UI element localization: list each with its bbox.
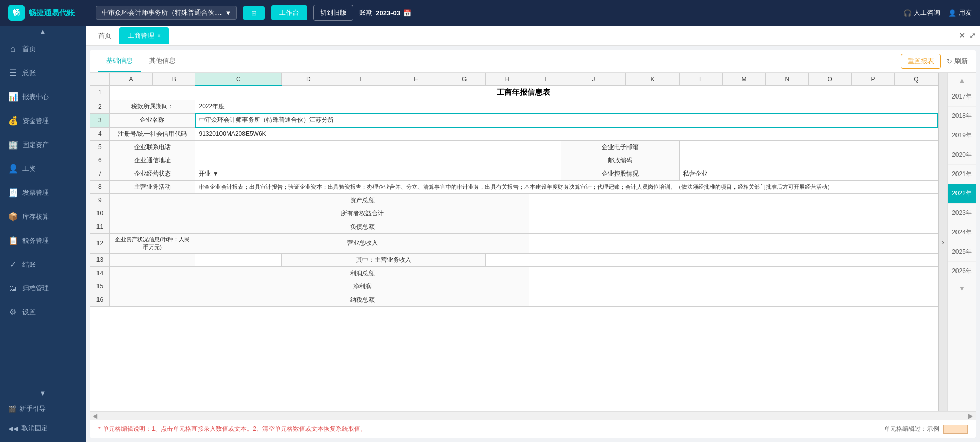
horizontal-scroll-bar[interactable]: ◀ ▶ xyxy=(90,411,976,420)
sidebar-item-fixed-assets[interactable]: 🏢 固定资产 xyxy=(0,133,86,157)
sidebar-item-archive-mgmt[interactable]: 🗂 归档管理 xyxy=(0,277,86,300)
year-2021[interactable]: 2021年 xyxy=(948,165,976,184)
row-num-7: 7 xyxy=(90,167,110,180)
table-row: 7 企业经营状态 开业 ▼ 企业控股情况 私营企业 xyxy=(90,167,938,180)
h-scroll-right[interactable]: ▶ xyxy=(965,412,976,420)
tab-close-icon[interactable]: × xyxy=(157,32,161,39)
cell-12-val[interactable] xyxy=(529,233,938,253)
sidebar-item-settings[interactable]: ⚙ 设置 xyxy=(0,300,86,324)
col-c[interactable]: C xyxy=(195,73,282,86)
year-scroll-down[interactable]: ▼ xyxy=(948,281,976,296)
sidebar-item-settlement[interactable]: ✓ 结账 xyxy=(0,253,86,277)
cell-8-c[interactable]: 审查企业会计报表；出具审计报告；验证企业资本；出具验资报告；办理企业合并、分立、… xyxy=(195,180,938,193)
cell-13-ab xyxy=(109,253,195,266)
cell-5-k[interactable] xyxy=(679,140,938,154)
cell-6-i xyxy=(529,154,561,167)
consult-btn[interactable]: 🎧 人工咨询 xyxy=(903,8,940,17)
calendar-icon[interactable]: 📅 xyxy=(403,9,411,17)
cell-6-c[interactable] xyxy=(195,154,529,167)
sub-tab-other-info[interactable]: 其他信息 xyxy=(141,50,184,72)
cell-10-val[interactable] xyxy=(529,207,938,220)
unpin-btn[interactable]: ◀◀ 取消固定 xyxy=(0,419,86,438)
year-scroll-up[interactable]: ▲ xyxy=(948,73,976,87)
h-scroll-inner[interactable] xyxy=(101,412,965,420)
year-2024[interactable]: 2024年 xyxy=(948,223,976,242)
col-header-row: A B C D E F G H I J K L xyxy=(90,73,938,86)
sidebar-item-tax-mgmt[interactable]: 📋 税务管理 xyxy=(0,229,86,253)
sub-tab-basic-info[interactable]: 基础信息 xyxy=(98,50,141,72)
year-2018[interactable]: 2018年 xyxy=(948,107,976,126)
cell-15-c: 净利润 xyxy=(195,280,529,293)
year-sidebar: ▲ 2017年 2018年 2019年 2020年 2021年 2022年 20… xyxy=(947,73,976,411)
user-area[interactable]: 👤 用友 xyxy=(948,8,972,17)
cell-11-ab xyxy=(109,220,195,233)
switch-old-button[interactable]: 切到旧版 xyxy=(313,5,353,21)
sidebar-scroll-down[interactable]: ▼ xyxy=(0,387,86,399)
sidebar-label-fund-mgmt: 资金管理 xyxy=(22,116,49,126)
cell-7-c[interactable]: 开业 ▼ xyxy=(195,167,529,180)
cell-4-c[interactable]: 91320100MA208E5W6K xyxy=(195,127,938,140)
year-2019[interactable]: 2019年 xyxy=(948,126,976,145)
cell-16-val[interactable] xyxy=(529,293,938,306)
copy-icon-btn[interactable]: ⊞ xyxy=(243,6,265,20)
sidebar-item-wages[interactable]: 👤 工资 xyxy=(0,157,86,181)
cell-13-val[interactable] xyxy=(486,253,938,266)
sidebar-item-report-center[interactable]: 📊 报表中心 xyxy=(0,85,86,109)
col-k: K xyxy=(626,73,679,86)
assets-icon: 🏢 xyxy=(8,140,17,150)
year-2023[interactable]: 2023年 xyxy=(948,204,976,223)
cell-title[interactable]: 工商年报信息表 xyxy=(109,85,938,100)
tab-home[interactable]: 首页 xyxy=(90,27,119,44)
cell-15-val[interactable] xyxy=(529,280,938,293)
cell-14-val[interactable] xyxy=(529,266,938,280)
refresh-icon: ↻ xyxy=(947,58,952,65)
h-scroll-left[interactable]: ◀ xyxy=(90,412,101,420)
collapse-button[interactable]: › xyxy=(938,73,947,411)
pin-icon: ◀◀ xyxy=(8,425,18,432)
cell-9-val[interactable] xyxy=(529,193,938,207)
year-2026[interactable]: 2026年 xyxy=(948,262,976,281)
logo-area: 畅 畅捷通易代账 xyxy=(8,5,90,21)
app-name: 畅捷通易代账 xyxy=(29,8,75,18)
cell-11-val[interactable] xyxy=(529,220,938,233)
sidebar: ▲ ⌂ 首页 ☰ 总账 📊 报表中心 💰 资金管理 🏢 固定资产 xyxy=(0,26,86,442)
sidebar-item-general-ledger[interactable]: ☰ 总账 xyxy=(0,61,86,85)
tab-close-window-icon[interactable]: ✕ xyxy=(959,31,965,40)
sidebar-label-tax-mgmt: 税务管理 xyxy=(22,236,49,245)
sidebar-item-home[interactable]: ⌂ 首页 xyxy=(0,37,86,61)
year-2020[interactable]: 2020年 xyxy=(948,145,976,165)
company-selector[interactable]: 中审众环会计师事务所（特殊普通合伙.... ▼ xyxy=(96,6,237,20)
spreadsheet-main[interactable]: A B C D E F G H I J K L xyxy=(90,73,938,411)
sidebar-scroll-up[interactable]: ▲ xyxy=(0,26,86,37)
reset-report-button[interactable]: 重置报表 xyxy=(901,54,941,69)
workbench-button[interactable]: 工作台 xyxy=(271,5,307,20)
cell-2-c[interactable]: 2022年度 xyxy=(195,100,938,114)
col-o: O xyxy=(808,73,851,86)
sidebar-item-inventory[interactable]: 📦 库存核算 xyxy=(0,205,86,229)
new-guide-btn[interactable]: 🎬 新手引导 xyxy=(0,399,86,419)
tab-expand-icon[interactable]: ⤢ xyxy=(969,31,976,40)
hint-icon: * xyxy=(98,426,101,433)
tab-bar-right: ✕ ⤢ xyxy=(959,31,976,40)
spreadsheet-title: 工商年报信息表 xyxy=(497,88,550,96)
col-b: B xyxy=(153,73,195,86)
refresh-button[interactable]: ↻ 刷新 xyxy=(947,57,968,66)
cell-14-c: 利润总额 xyxy=(195,266,529,280)
cell-5-c[interactable] xyxy=(195,140,529,154)
archive-icon: 🗂 xyxy=(8,284,17,293)
row-num-9: 9 xyxy=(90,193,110,207)
cell-6-k[interactable] xyxy=(679,154,938,167)
cell-7-k[interactable]: 私营企业 xyxy=(679,167,938,180)
home-icon: ⌂ xyxy=(8,44,17,54)
cell-3-ab: 企业名称 xyxy=(109,113,195,127)
sidebar-item-invoice-mgmt[interactable]: 🧾 发票管理 xyxy=(0,181,86,205)
sidebar-item-fund-mgmt[interactable]: 💰 资金管理 xyxy=(0,109,86,133)
year-2017[interactable]: 2017年 xyxy=(948,87,976,107)
col-n: N xyxy=(766,73,808,86)
dropdown-icon: ▼ xyxy=(225,9,231,17)
table-row: 10 所有者权益合计 xyxy=(90,207,938,220)
year-2025[interactable]: 2025年 xyxy=(948,242,976,262)
cell-3-c[interactable]: 中审众环会计师事务所（特殊普通合伙）江苏分所 xyxy=(195,113,938,127)
tab-gongshang[interactable]: 工商管理 × xyxy=(119,27,169,44)
year-2022[interactable]: 2022年 xyxy=(948,184,976,204)
